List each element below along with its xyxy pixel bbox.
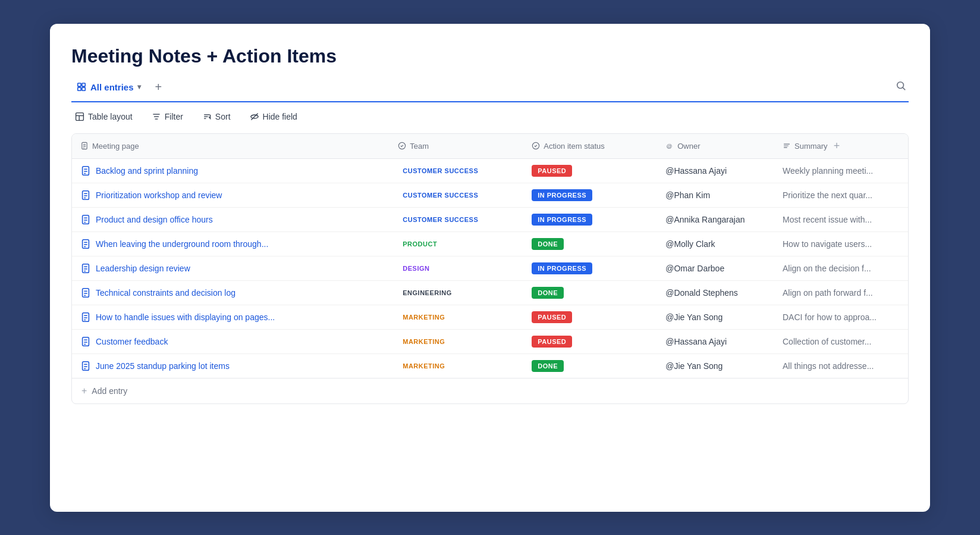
team-header-icon (398, 142, 406, 150)
meeting-page-link[interactable]: Technical constraints and decision log (80, 287, 381, 298)
col-owner-label: Owner (677, 142, 700, 151)
team-badge: CUSTOMER SUCCESS (398, 214, 483, 225)
status-cell: DONE (523, 280, 657, 305)
owner-cell: @Omar Darboe (657, 256, 774, 280)
owner-cell: @Donald Stephens (657, 280, 774, 305)
search-button[interactable] (893, 78, 909, 96)
meeting-page-link[interactable]: Backlog and sprint planning (80, 165, 381, 176)
team-cell: PRODUCT (390, 231, 523, 256)
team-badge: CUSTOMER SUCCESS (398, 165, 483, 176)
add-tab-button[interactable]: + (150, 78, 167, 96)
summary-cell: How to navigate users... (774, 231, 908, 256)
summary-header-icon (783, 142, 791, 150)
meeting-page-link[interactable]: Customer feedback (80, 336, 381, 347)
table-layout-button[interactable]: Table layout (71, 109, 136, 124)
owner-cell: @Molly Clark (657, 231, 774, 256)
owner-cell: @Hassana Ajayi (657, 329, 774, 353)
meeting-page-cell: Prioritization workshop and review (72, 183, 390, 207)
meeting-page-cell: Customer feedback (72, 329, 390, 353)
svg-rect-6 (76, 112, 84, 120)
meeting-page-cell: June 2025 standup parking lot items (72, 353, 390, 378)
meeting-page-link[interactable]: When leaving the underground room throug… (80, 239, 381, 249)
status-badge: PAUSED (532, 336, 572, 348)
filter-button[interactable]: Filter (148, 109, 187, 124)
table-header-row: Meeting page Team (72, 134, 908, 159)
hide-field-button[interactable]: Hide field (246, 109, 301, 124)
doc-row-icon (80, 239, 91, 249)
hide-icon (250, 112, 259, 121)
meeting-page-cell: Product and design office hours (72, 207, 390, 231)
team-cell: CUSTOMER SUCCESS (390, 207, 523, 231)
col-team-label: Team (410, 142, 429, 151)
status-cell: IN PROGRESS (523, 256, 657, 280)
sort-icon (202, 112, 212, 121)
team-badge: MARKETING (398, 361, 450, 371)
meeting-page-text: Prioritization workshop and review (96, 190, 222, 200)
svg-line-15 (251, 113, 257, 120)
doc-row-icon (80, 312, 91, 323)
svg-rect-0 (78, 83, 81, 86)
table-row: Backlog and sprint planning CUSTOMER SUC… (72, 158, 908, 183)
status-badge: DONE (532, 287, 564, 299)
col-team: Team (390, 134, 523, 159)
status-badge: PAUSED (532, 311, 572, 323)
team-badge: MARKETING (398, 336, 450, 347)
doc-row-icon (80, 287, 91, 298)
meeting-page-text: How to handle issues with displaying on … (96, 312, 275, 322)
meeting-page-cell: How to handle issues with displaying on … (72, 305, 390, 329)
owner-cell: @Hassana Ajayi (657, 158, 774, 183)
status-cell: DONE (523, 231, 657, 256)
summary-cell: Prioritize the next quar... (774, 183, 908, 207)
svg-rect-3 (82, 87, 85, 90)
status-cell: IN PROGRESS (523, 207, 657, 231)
meeting-page-text: When leaving the underground room throug… (96, 239, 268, 249)
meeting-page-link[interactable]: How to handle issues with displaying on … (80, 312, 381, 323)
status-badge: IN PROGRESS (532, 189, 592, 201)
meeting-page-link[interactable]: Product and design office hours (80, 214, 381, 225)
data-table: Meeting page Team (71, 133, 909, 404)
meeting-page-link[interactable]: June 2025 standup parking lot items (80, 361, 381, 371)
status-cell: PAUSED (523, 305, 657, 329)
col-status-label: Action item status (544, 142, 605, 151)
team-badge: ENGINEERING (398, 287, 457, 298)
table-row: June 2025 standup parking lot items MARK… (72, 353, 908, 378)
toolbar-row: All entries ▾ + (71, 78, 909, 102)
team-cell: MARKETING (390, 353, 523, 378)
table-layout-label: Table layout (88, 112, 133, 121)
svg-point-4 (897, 82, 904, 88)
status-cell: PAUSED (523, 158, 657, 183)
summary-cell: Align on path forward f... (774, 280, 908, 305)
col-owner: @ Owner (657, 134, 774, 159)
doc-row-icon (80, 214, 91, 225)
meeting-page-text: Technical constraints and decision log (96, 288, 235, 298)
search-icon (896, 80, 906, 91)
add-entry-row[interactable]: + Add entry (72, 378, 908, 403)
sort-button[interactable]: Sort (199, 109, 234, 124)
status-badge: PAUSED (532, 165, 572, 177)
col-summary-label: Summary (794, 142, 828, 151)
svg-rect-2 (78, 87, 81, 90)
owner-header-icon: @ (665, 142, 674, 150)
add-column-button[interactable]: + (831, 140, 843, 152)
team-cell: CUSTOMER SUCCESS (390, 158, 523, 183)
doc-row-icon (80, 361, 91, 371)
meeting-page-text: Customer feedback (96, 337, 168, 346)
team-badge: CUSTOMER SUCCESS (398, 190, 483, 201)
owner-cell: @Jie Yan Song (657, 305, 774, 329)
add-entry-label: Add entry (92, 386, 127, 396)
meeting-page-text: Backlog and sprint planning (96, 166, 198, 176)
team-badge: MARKETING (398, 312, 450, 323)
svg-rect-1 (82, 83, 85, 86)
status-cell: IN PROGRESS (523, 183, 657, 207)
meeting-page-link[interactable]: Leadership design review (80, 263, 381, 274)
team-cell: MARKETING (390, 305, 523, 329)
table-row: Customer feedback MARKETING PAUSED @Hass… (72, 329, 908, 353)
summary-cell: Weekly planning meeti... (774, 158, 908, 183)
meeting-page-link[interactable]: Prioritization workshop and review (80, 190, 381, 201)
main-window: Meeting Notes + Action Items All entries… (50, 24, 930, 512)
all-entries-tab[interactable]: All entries ▾ (71, 79, 146, 95)
meeting-page-cell: Leadership design review (72, 256, 390, 280)
col-summary: Summary + (774, 134, 908, 159)
col-meeting-page: Meeting page (72, 134, 390, 159)
table-row: Prioritization workshop and review CUSTO… (72, 183, 908, 207)
